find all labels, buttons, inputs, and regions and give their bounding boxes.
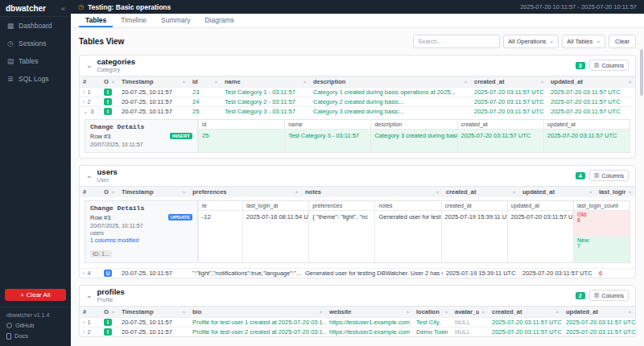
- expand-row-icon[interactable]: ›: [83, 98, 85, 105]
- column-header[interactable]: updated_at▲: [519, 187, 596, 197]
- table-row[interactable]: ›1I20-07-25, 10:11:5723Test Category 1 -…: [80, 87, 635, 97]
- table-cell: NULL: [452, 327, 489, 336]
- data-table: #Op▲Timestamp▲id▲name▲description▲create…: [80, 76, 635, 153]
- column-header[interactable]: Op▲: [101, 76, 118, 87]
- columns-icon: ▥: [594, 62, 600, 68]
- column-header[interactable]: preferences▲: [189, 187, 302, 197]
- column-header[interactable]: description▲: [310, 76, 471, 87]
- expand-row-icon[interactable]: ›: [83, 270, 85, 277]
- row-count-badge: 2: [576, 292, 585, 299]
- table-row[interactable]: ›2I20-07-25, 10:11:57Profile for test us…: [80, 327, 635, 336]
- table-cell: Test Category 1 - 03:11:57: [221, 88, 310, 97]
- detail-field-name: preferences: [309, 201, 374, 211]
- operations-filter-select[interactable]: All Operations ⌄: [503, 35, 559, 48]
- column-header-label: #: [83, 78, 97, 85]
- column-header-label: location: [416, 308, 442, 315]
- column-header[interactable]: last_login_count▲: [596, 187, 635, 197]
- column-header[interactable]: Timestamp▲: [118, 76, 189, 87]
- table-cell: Profile for test user 2 created at 2025-…: [189, 327, 326, 336]
- column-header[interactable]: #: [80, 76, 101, 87]
- table-cell: 20-07-25, 10:11:57: [118, 269, 189, 278]
- tab-diagrams[interactable]: Diagrams: [198, 14, 240, 27]
- clear-all-button[interactable]: × Clear All: [5, 289, 66, 301]
- column-header-label: id: [192, 78, 212, 85]
- clear-filters-button[interactable]: Clear: [609, 35, 636, 48]
- app-root: dbwatcher « ▦Dashboard◷Sessions▤Tables≣S…: [0, 0, 644, 346]
- table-row[interactable]: ›2I20-07-25, 10:11:5724Test Category 2 -…: [80, 97, 635, 106]
- column-header[interactable]: created_at▲: [443, 187, 519, 197]
- detail-operation-badge: INSERT: [170, 133, 192, 139]
- column-header[interactable]: Timestamp▲: [118, 187, 189, 197]
- table-header-row: #Op▲Timestamp▲preferences▲notes▲created_…: [80, 186, 635, 197]
- detail-field: created_at2025-07-20 03:11:57 UTC: [457, 120, 543, 152]
- expand-row-icon[interactable]: ›: [83, 89, 85, 96]
- sort-icon: ▲: [628, 309, 632, 314]
- scrollbar-thumb[interactable]: [640, 49, 643, 96]
- table-cell: 2025-07-20 03:11:57 UTC: [471, 97, 547, 106]
- column-header[interactable]: updated_at▲: [563, 307, 635, 317]
- sidebar-collapse-icon[interactable]: «: [61, 5, 65, 13]
- table-cell: 2025-07-20 03:11:57 UTC: [547, 107, 635, 116]
- tab-summary[interactable]: Summary: [155, 14, 196, 27]
- columns-button[interactable]: ▥Columns: [589, 60, 629, 71]
- page-title: Tables View: [79, 37, 124, 46]
- column-header[interactable]: created_at▲: [489, 307, 563, 317]
- footer-link-docs[interactable]: Docs: [5, 331, 66, 341]
- section-header[interactable]: ⌄usersUser4▥Columns: [80, 166, 635, 186]
- detail-field: id25: [198, 120, 284, 152]
- table-row[interactable]: ›1I20-07-25, 10:11:57Profile for test us…: [80, 317, 635, 327]
- sidebar: dbwatcher « ▦Dashboard◷Sessions▤Tables≣S…: [0, 0, 71, 346]
- sidebar-item-dashboard[interactable]: ▦Dashboard: [0, 17, 71, 35]
- table-cell: 2025-07-20 03:11:57 UTC: [489, 318, 563, 327]
- tab-tables[interactable]: Tables: [79, 14, 113, 27]
- column-header[interactable]: notes▲: [302, 187, 443, 197]
- detail-field-name: updated_at: [544, 120, 630, 130]
- tables-filter-select[interactable]: All Tables ⌄: [562, 35, 605, 48]
- expand-row-icon[interactable]: ⌄: [83, 108, 88, 115]
- operation-badge: I: [104, 108, 112, 115]
- operation-badge: I: [104, 328, 112, 336]
- sidebar-item-tables[interactable]: ▤Tables: [0, 52, 71, 70]
- columns-button[interactable]: ▥Columns: [589, 170, 629, 181]
- column-header[interactable]: updated_at▲: [547, 76, 635, 87]
- column-header[interactable]: bio▲: [189, 307, 326, 317]
- column-header[interactable]: Op▲: [101, 187, 118, 197]
- sort-icon: ▲: [464, 79, 468, 84]
- sort-icon: ▲: [512, 189, 516, 194]
- section-header[interactable]: ⌄categoriesCategory3▥Columns: [80, 56, 635, 76]
- column-header[interactable]: id▲: [189, 76, 221, 87]
- operations-filter-value: All Operations: [508, 38, 546, 45]
- detail-field-name: id: [199, 120, 284, 130]
- expand-row-icon[interactable]: ›: [83, 319, 85, 326]
- row-number: 2: [88, 98, 91, 105]
- column-header[interactable]: avatar_url▲: [452, 307, 489, 317]
- column-header[interactable]: #: [80, 187, 101, 197]
- expand-row-icon[interactable]: ›: [83, 328, 85, 336]
- table-row[interactable]: ⌄3I20-07-25, 10:11:5725Test Category 3 -…: [80, 106, 635, 116]
- tab-timeline[interactable]: Timeline: [114, 14, 153, 27]
- filter-controls: All Operations ⌄ All Tables ⌄ Clear: [413, 35, 636, 48]
- column-header[interactable]: location▲: [413, 307, 452, 317]
- old-value: Old:6: [574, 211, 630, 237]
- column-header[interactable]: Timestamp▲: [118, 307, 189, 317]
- sidebar-item-sql-logs[interactable]: ≣SQL Logs: [0, 70, 71, 88]
- table-cell: 20-07-25, 10:11:57: [118, 318, 189, 327]
- table-cell: 20-07-25, 10:11:57: [118, 107, 189, 116]
- footer-link-github[interactable]: GitHub: [5, 320, 66, 331]
- sort-icon: ▲: [436, 189, 440, 194]
- column-header[interactable]: #: [80, 307, 101, 317]
- detail-field: descriptionCategory 3 created during bas…: [370, 120, 456, 152]
- sidebar-nav: ▦Dashboard◷Sessions▤Tables≣SQL Logs: [0, 17, 71, 88]
- section-header[interactable]: ⌄profilesProfile2▥Columns: [80, 286, 635, 306]
- column-header[interactable]: website▲: [326, 307, 413, 317]
- column-header-label: #: [83, 308, 97, 315]
- column-header[interactable]: Op▲: [101, 307, 118, 317]
- sidebar-item-sessions[interactable]: ◷Sessions: [0, 35, 71, 52]
- table-cell: 2025-07-20 03:11:57 UTC: [547, 88, 635, 97]
- column-header[interactable]: created_at▲: [471, 76, 547, 87]
- content: Tables View All Operations ⌄ All Tables …: [71, 28, 644, 346]
- search-input[interactable]: [413, 35, 500, 48]
- column-header[interactable]: name▲: [221, 76, 310, 87]
- columns-button[interactable]: ▥Columns: [589, 290, 629, 301]
- table-row[interactable]: ›4U20-07-25, 10:11:57":"light","notifica…: [80, 268, 635, 278]
